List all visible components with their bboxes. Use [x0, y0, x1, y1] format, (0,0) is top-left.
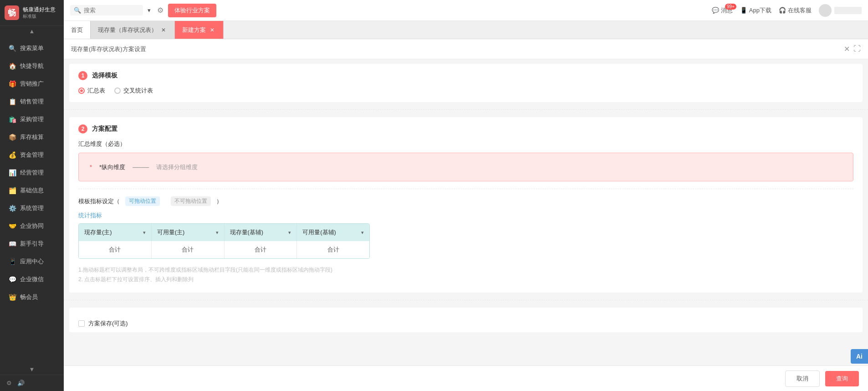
tab-bar: 首页 现存量（库存状况表） ✕ 新建方案 ✕ — [64, 21, 868, 39]
sidebar-item-label: 库存核算 — [20, 133, 44, 141]
close-panel-icon[interactable]: ✕ — [844, 45, 850, 53]
tab-new-scheme-close-icon[interactable]: ✕ — [209, 26, 216, 34]
panel-header-area: 现存量(库存状况表)方案设置 ✕ ⛶ — [64, 39, 868, 59]
sidebar-item-label: 企业协同 — [20, 222, 44, 230]
shopping-icon: 🛍️ — [8, 115, 16, 123]
tab-home[interactable]: 首页 — [64, 21, 91, 39]
expand-icon[interactable]: ⛶ — [853, 45, 861, 53]
tip-2: 2. 点击标题栏下拉可设置排序、插入列和删除列 — [78, 276, 853, 283]
draggable-tag: 可拖动位置 — [125, 196, 160, 206]
chevron-down-icon: ▾ — [148, 7, 151, 14]
book-icon: 📖 — [8, 240, 16, 248]
save-option-section: 方案保存(可选) — [69, 308, 863, 332]
home-icon: 🏠 — [8, 62, 16, 70]
dimension-box[interactable]: * *纵向维度 —— 请选择分组维度 — [78, 153, 853, 181]
sidebar-item-guide[interactable]: 📖 新手引导 — [2, 235, 62, 252]
cancel-button[interactable]: 取消 — [785, 370, 820, 387]
mobile-icon: 📱 — [8, 257, 16, 266]
customer-service-link[interactable]: 🎧 在线客服 — [779, 6, 812, 15]
sidebar-item-label: 采购管理 — [20, 115, 44, 123]
chevron-down-icon-3[interactable]: ▾ — [361, 230, 364, 236]
chevron-down-icon-0[interactable]: ▾ — [143, 230, 146, 236]
mobile-icon: 📱 — [740, 7, 747, 14]
sidebar-item-system[interactable]: ⚙️ 系统管理 — [2, 200, 62, 217]
ai-button[interactable]: Ai — [851, 349, 868, 364]
user-menu[interactable] — [819, 4, 862, 17]
speaker-footer-icon[interactable]: 🔊 — [17, 380, 25, 386]
stats-col-header-0[interactable]: 现存量(主) ▾ — [79, 224, 152, 241]
step2-badge: 2 — [78, 124, 87, 134]
content-area: 现存量(库存状况表)方案设置 ✕ ⛶ 1 选择模板 汇总表 交叉统计表 — [64, 39, 868, 365]
chevron-down-icon-2[interactable]: ▾ — [288, 230, 291, 236]
tab-inventory-close-icon[interactable]: ✕ — [160, 26, 167, 34]
search-box[interactable]: 🔍 — [70, 5, 143, 15]
dropdown-button[interactable]: ▾ — [148, 7, 151, 14]
stats-col-header-2[interactable]: 现存量(基辅) ▾ — [225, 224, 297, 241]
handshake-icon: 🤝 — [8, 222, 16, 230]
sidebar-item-label: 畅会员 — [20, 293, 38, 301]
sidebar: 畅 畅康通好生意 标准版 ▲ 🔍 搜索菜单 🏠 快捷导航 🎁 营销推广 📋 销售… — [0, 0, 64, 391]
app-download-link[interactable]: 📱 App下载 — [740, 6, 771, 15]
radio-cross[interactable]: 交叉统计表 — [114, 87, 153, 95]
sidebar-item-appstore[interactable]: 📱 应用中心 — [2, 253, 62, 270]
tab-new-scheme[interactable]: 新建方案 ✕ — [175, 21, 224, 39]
search-icon: 🔍 — [8, 44, 16, 52]
chevron-down-icon-1[interactable]: ▾ — [216, 230, 219, 236]
sidebar-item-search[interactable]: 🔍 搜索菜单 — [2, 40, 62, 57]
sidebar-item-label: 资金管理 — [20, 151, 44, 159]
scroll-up-button[interactable]: ▲ — [0, 26, 64, 36]
sidebar-nav: 🔍 搜索菜单 🏠 快捷导航 🎁 营销推广 📋 销售管理 🛍️ 采购管理 📦 库存… — [0, 36, 64, 364]
step2-header: 2 方案配置 — [78, 124, 853, 134]
indicator-settings-label: 模板指标设定（ — [78, 197, 120, 206]
stats-col-header-1[interactable]: 可用量(主) ▾ — [152, 224, 225, 241]
sidebar-item-label: 快捷导航 — [20, 62, 44, 70]
logo-text: 畅康通好生意 标准版 — [23, 6, 56, 20]
sidebar-item-inventory[interactable]: 📦 库存核算 — [2, 129, 62, 146]
clipboard-icon: 📋 — [8, 98, 16, 106]
sidebar-item-contract[interactable]: 🤝 企业协同 — [2, 217, 62, 235]
sidebar-item-finance[interactable]: 💰 资金管理 — [2, 146, 62, 164]
step1-badge: 1 — [78, 71, 87, 80]
template-radio-group: 汇总表 交叉统计表 — [78, 87, 853, 95]
save-checkbox[interactable] — [78, 320, 85, 327]
tab-inventory-status[interactable]: 现存量（库存状况表） ✕ — [91, 21, 175, 39]
step2-section: 2 方案配置 汇总维度（必选） * *纵向维度 —— 请选择分组维度 模板指标设… — [69, 117, 863, 293]
sidebar-item-wechat[interactable]: 💬 企业微信 — [2, 271, 62, 288]
section-divider — [64, 109, 868, 110]
tab-new-scheme-label: 新建方案 — [182, 26, 206, 34]
scroll-down-button[interactable]: ▼ — [0, 364, 64, 375]
user-name — [834, 7, 862, 14]
query-button[interactable]: 查询 — [825, 371, 859, 386]
sidebar-item-label: 应用中心 — [20, 257, 44, 266]
stats-col-body-1: 合计 — [152, 241, 225, 258]
trial-button[interactable]: 体验行业方案 — [168, 4, 216, 17]
sidebar-item-basic[interactable]: 🗂️ 基础信息 — [2, 182, 62, 199]
logo-icon: 畅 — [5, 5, 19, 20]
settings-footer-icon[interactable]: ⚙ — [6, 380, 12, 386]
sidebar-item-quicknav[interactable]: 🏠 快捷导航 — [2, 57, 62, 75]
main-area: 🔍 ▾ ⚙ 体验行业方案 💬 消息 99+ 📱 App下载 🎧 在线客服 — [64, 0, 868, 391]
sidebar-item-sales[interactable]: 📋 销售管理 — [2, 93, 62, 110]
stats-col-header-3[interactable]: 可用量(基辅) ▾ — [297, 224, 369, 241]
radio-dot-summary — [78, 87, 85, 94]
save-option: 方案保存(可选) — [78, 319, 853, 328]
sidebar-item-label: 企业微信 — [20, 275, 44, 283]
sidebar-item-member[interactable]: 👑 畅会员 — [2, 288, 62, 306]
gear-icon[interactable]: ⚙ — [157, 6, 163, 15]
sidebar-item-operations[interactable]: 📊 经营管理 — [2, 164, 62, 181]
message-badge[interactable]: 💬 消息 99+ — [712, 6, 733, 15]
search-input[interactable] — [84, 7, 139, 14]
required-star: * — [90, 164, 92, 170]
sidebar-item-label: 营销推广 — [20, 80, 44, 88]
radio-summary[interactable]: 汇总表 — [78, 87, 105, 95]
stats-col-label-2: 现存量(基辅) — [230, 228, 264, 237]
chat-icon: 💬 — [8, 275, 16, 283]
sidebar-item-marketing[interactable]: 🎁 营销推广 — [2, 75, 62, 93]
system-icon: ⚙️ — [8, 204, 16, 212]
sidebar-item-label: 新手引导 — [20, 240, 44, 248]
sidebar-item-purchase[interactable]: 🛍️ 采购管理 — [2, 111, 62, 128]
stats-col-body-2: 合计 — [225, 241, 297, 258]
sidebar-item-label: 销售管理 — [20, 98, 44, 106]
chart-icon: 📊 — [8, 169, 16, 177]
step1-header: 1 选择模板 — [78, 71, 853, 80]
